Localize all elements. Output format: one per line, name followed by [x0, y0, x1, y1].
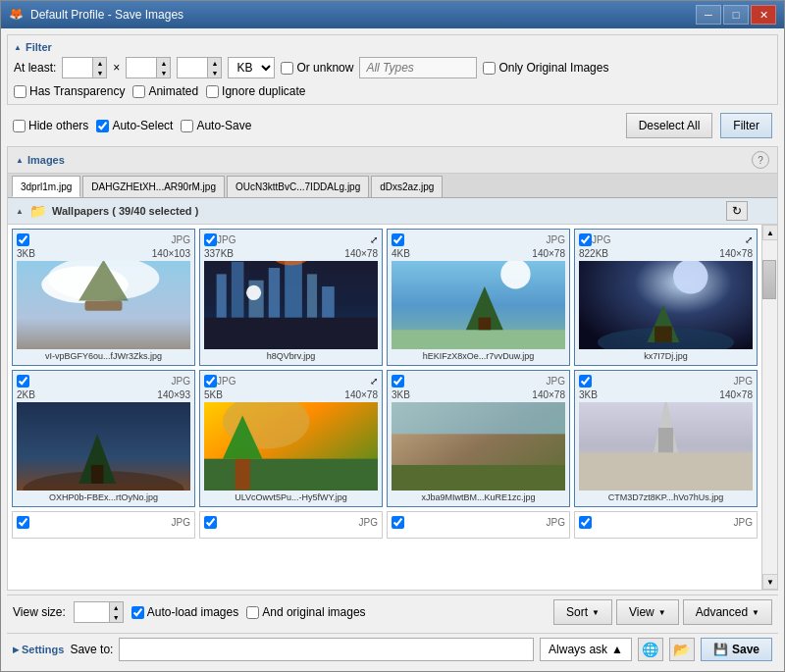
- folder-open-button[interactable]: 📂: [669, 638, 695, 661]
- view-size-label: View size:: [13, 605, 66, 619]
- partial-cell-3-header: JPG: [392, 516, 565, 529]
- scroll-track[interactable]: [762, 240, 777, 574]
- size-unit-select[interactable]: KB B MB: [228, 57, 275, 78]
- always-ask-button[interactable]: Always ask ▲: [540, 638, 632, 661]
- width-down-button[interactable]: ▼: [92, 68, 106, 78]
- tab-3[interactable]: dDxs2az.jpg: [371, 176, 443, 197]
- sort-button[interactable]: Sort ▼: [553, 599, 612, 625]
- animated-label[interactable]: Animated: [132, 84, 198, 98]
- img-8-checkbox[interactable]: [579, 375, 592, 388]
- always-ask-label: Always ask: [549, 643, 607, 656]
- view-size-up-button[interactable]: ▲: [109, 602, 123, 612]
- tab-0[interactable]: 3dprl1m.jpg: [12, 176, 80, 197]
- close-button[interactable]: ✕: [751, 5, 776, 25]
- height-down-button[interactable]: ▼: [156, 68, 170, 78]
- image-cell-2[interactable]: JPG ⤢ 337KB 140×78: [199, 229, 383, 366]
- refresh-button[interactable]: ↻: [726, 201, 748, 221]
- and-original-label[interactable]: And original images: [246, 605, 365, 619]
- partial-cell-1[interactable]: JPG: [12, 511, 195, 539]
- image-cell-7[interactable]: JPG 3KB 140×78: [387, 370, 570, 507]
- partial-3-checkbox[interactable]: [392, 516, 404, 529]
- advanced-label: Advanced: [696, 605, 748, 619]
- scroll-thumb[interactable]: [762, 260, 776, 299]
- partial-cell-4[interactable]: JPG: [574, 511, 758, 539]
- svg-rect-13: [322, 286, 335, 318]
- hide-others-label[interactable]: Hide others: [13, 119, 88, 132]
- image-cell-5[interactable]: JPG 2KB 140×93: [12, 370, 195, 507]
- minimize-button[interactable]: ─: [696, 5, 721, 25]
- image-cell-4[interactable]: JPG ⤢ 822KB 140×78: [574, 229, 758, 366]
- ignore-duplicate-checkbox[interactable]: [206, 85, 219, 98]
- maximize-button[interactable]: □: [723, 5, 749, 25]
- img-2-size: 337KB: [204, 248, 234, 259]
- auto-save-label[interactable]: Auto-Save: [181, 119, 251, 132]
- view-size-input[interactable]: 125: [75, 602, 109, 622]
- img-6-type: JPG: [217, 376, 236, 387]
- img-4-meta: 822KB 140×78: [579, 248, 753, 259]
- hide-others-checkbox[interactable]: [13, 120, 26, 132]
- scroll-up-button[interactable]: ▲: [762, 225, 777, 240]
- all-types-input[interactable]: [359, 57, 477, 78]
- ignore-duplicate-label[interactable]: Ignore duplicate: [206, 84, 305, 98]
- help-icon[interactable]: ?: [752, 151, 769, 169]
- image-cell-8[interactable]: JPG 3KB 140×78: [574, 370, 758, 507]
- auto-select-label[interactable]: Auto-Select: [96, 119, 173, 132]
- scroll-down-button[interactable]: ▼: [762, 574, 777, 590]
- auto-load-label[interactable]: Auto-load images: [131, 605, 238, 619]
- svg-rect-37: [392, 402, 565, 434]
- partial-cell-3[interactable]: JPG: [387, 511, 570, 539]
- and-original-checkbox[interactable]: [246, 606, 259, 619]
- width-up-button[interactable]: ▲: [92, 58, 106, 68]
- tab-1[interactable]: DAHGZHEtXH...AR90rM.jpg: [82, 176, 225, 197]
- size-up-button[interactable]: ▲: [207, 58, 221, 68]
- auto-load-checkbox[interactable]: [131, 606, 144, 619]
- svg-rect-39: [579, 452, 753, 491]
- partial-4-checkbox[interactable]: [579, 516, 592, 529]
- has-transparency-label[interactable]: Has Transparency: [14, 84, 125, 98]
- height-up-button[interactable]: ▲: [156, 58, 170, 68]
- animated-checkbox[interactable]: [132, 85, 145, 98]
- filter-button[interactable]: Filter: [720, 113, 772, 138]
- auto-select-checkbox[interactable]: [96, 120, 109, 132]
- width-spinbox[interactable]: 1 ▲ ▼: [62, 57, 107, 78]
- save-path-input[interactable]: [119, 638, 534, 661]
- view-button[interactable]: View ▼: [616, 599, 679, 625]
- img-1-checkbox[interactable]: [17, 233, 29, 246]
- only-original-checkbox-label[interactable]: Only Original Images: [483, 61, 608, 75]
- width-input[interactable]: 1: [63, 58, 92, 78]
- img-3-checkbox[interactable]: [392, 233, 404, 246]
- partial-cell-2[interactable]: JPG: [199, 511, 383, 539]
- tab-bar: 3dprl1m.jpg DAHGZHEtXH...AR90rM.jpg OUcN…: [8, 174, 777, 198]
- view-size-down-button[interactable]: ▼: [109, 612, 123, 622]
- img-7-checkbox[interactable]: [392, 375, 404, 388]
- settings-label[interactable]: Settings: [13, 644, 64, 655]
- height-input[interactable]: 1: [127, 58, 156, 78]
- size-down-button[interactable]: ▼: [207, 68, 221, 78]
- img-2-checkbox[interactable]: [204, 233, 217, 246]
- save-button[interactable]: 💾 Save: [701, 638, 772, 661]
- or-unknown-checkbox-label[interactable]: Or unknow: [281, 61, 353, 75]
- title-bar: 🦊 Default Profile - Save Images ─ □ ✕: [1, 1, 784, 28]
- size-spinbox[interactable]: 1 ▲ ▼: [177, 57, 222, 78]
- view-size-spinbox[interactable]: 125 ▲ ▼: [74, 601, 124, 623]
- img-6-checkbox[interactable]: [204, 375, 217, 388]
- partial-2-checkbox[interactable]: [204, 516, 217, 529]
- size-input[interactable]: 1: [178, 58, 207, 78]
- deselect-all-button[interactable]: Deselect All: [626, 113, 713, 138]
- img-4-checkbox[interactable]: [579, 233, 592, 246]
- img-5-checkbox[interactable]: [17, 375, 29, 388]
- globe-button[interactable]: 🌐: [638, 638, 663, 661]
- or-unknown-checkbox[interactable]: [281, 62, 293, 75]
- image-cell-1[interactable]: JPG 3KB 140×103: [12, 229, 195, 366]
- image-cell-6[interactable]: JPG ⤢ 5KB 140×78: [199, 370, 383, 507]
- svg-rect-10: [269, 268, 280, 318]
- tab-2[interactable]: OUcN3kttBvC...7IDDALg.jpg: [227, 176, 369, 197]
- advanced-button[interactable]: Advanced ▼: [683, 599, 772, 625]
- vertical-scrollbar[interactable]: ▲ ▼: [761, 225, 777, 590]
- height-spinbox[interactable]: 1 ▲ ▼: [126, 57, 171, 78]
- partial-1-checkbox[interactable]: [17, 516, 29, 529]
- auto-save-checkbox[interactable]: [181, 120, 193, 132]
- only-original-checkbox[interactable]: [483, 62, 496, 75]
- has-transparency-checkbox[interactable]: [14, 85, 26, 98]
- image-cell-3[interactable]: JPG 4KB 140×78: [387, 229, 570, 366]
